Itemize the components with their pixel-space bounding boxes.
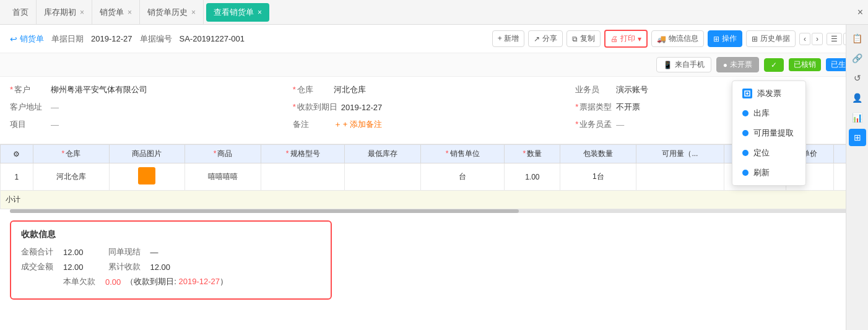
doc-info: ↩ 销货单 单据日期 2019-12-27 单据编号 SA-20191227-0… (10, 33, 487, 45)
doc-type-label: 销货单 (20, 33, 44, 45)
total-field: 金额合计 12.00 (21, 246, 84, 258)
next-button[interactable]: › (812, 33, 823, 45)
gear-icon[interactable]: ⚙ (13, 150, 20, 158)
warehouse-value: 河北仓库 (334, 84, 366, 95)
project-value: — (51, 120, 59, 129)
not-invoiced-button[interactable]: ● 未开票 (716, 57, 759, 72)
deal-field: 成交金额 12.00 (21, 261, 84, 272)
staff-value: 演示账号 (616, 84, 648, 95)
address-label: 客户地址 (10, 102, 47, 113)
note-label: 备注 (293, 119, 330, 130)
doc-number-label: 单据编号 (140, 33, 172, 45)
share-icon: ↗ (534, 35, 540, 43)
print-button[interactable]: 🖨 打印 ▾ (605, 31, 646, 46)
window-close-button[interactable]: × (857, 7, 863, 18)
prev-button[interactable]: ‹ (799, 33, 810, 45)
tab-sales[interactable]: 销货单 × (92, 0, 140, 25)
share-button[interactable]: ↗ 分享 (528, 30, 563, 47)
operations-dropdown: 添发票 出库 可用量提取 定位 刷新 (732, 80, 806, 186)
tab-inventory-close[interactable]: × (80, 8, 84, 17)
owed-value: 0.00 (105, 277, 121, 287)
add-note-button[interactable]: ＋ + 添加备注 (334, 119, 382, 130)
form-row-2: 客户地址 — 收款到期日 2019-12-27 票据类型 不开票 (10, 102, 858, 113)
dropdown-item-invoice[interactable]: 添发票 (732, 84, 805, 103)
form-row-3: 项目 — 备注 ＋ + 添加备注 业务员孟 — (10, 119, 858, 130)
staff-label: 业务员 (575, 84, 612, 95)
dropdown-item-refresh[interactable]: 刷新 (732, 163, 805, 183)
confirm-button[interactable]: ✓ (764, 58, 784, 72)
sidebar-icon-6[interactable]: ⊞ (849, 129, 866, 146)
customer-field: 客户 柳州粤港平安气体有限公司 (10, 84, 293, 95)
staff2-value: — (616, 120, 624, 129)
cell-product: 嘻嘻嘻嘻 (185, 163, 261, 191)
tab-home[interactable]: 首页 (5, 0, 37, 25)
customer-label: 客户 (10, 84, 47, 95)
right-sidebar: 📋 🔗 ↺ 👤 📊 ⊞ (846, 25, 868, 330)
phone-icon: 📱 (663, 61, 672, 69)
subtotal-row: 小计 (1, 191, 868, 209)
sidebar-icon-1[interactable]: 📋 (849, 30, 866, 47)
customer-value: 柳州粤港平安气体有限公司 (51, 84, 147, 95)
dropdown-item-available[interactable]: 可用量提取 (732, 123, 805, 143)
owed-field: 本单欠款 0.00 （收款到期日: 2019-12-27） (63, 276, 228, 287)
dropdown-item-outbound[interactable]: 出库 (732, 103, 805, 123)
invoice-icon: ● (723, 61, 727, 69)
payment-row-3: 本单欠款 0.00 （收款到期日: 2019-12-27） (21, 276, 321, 287)
locate-icon (742, 150, 749, 156)
history-button[interactable]: ⊞ 历史单据 (746, 30, 796, 47)
staff2-field: 业务员孟 — (575, 119, 858, 130)
operations-button[interactable]: ⊞ 操作 (708, 30, 742, 47)
tab-view-sales[interactable]: 查看销货单 × (206, 3, 269, 22)
ticket-value: 不开票 (616, 102, 640, 113)
project-field: 项目 — (10, 119, 293, 130)
copy-button[interactable]: ⧉ 复制 (566, 30, 601, 47)
sidebar-icon-2[interactable]: 🔗 (849, 50, 866, 67)
sidebar-icon-4[interactable]: 👤 (849, 89, 866, 106)
due-date-field: 收款到期日 2019-12-27 (293, 102, 576, 113)
logistics-button[interactable]: 🚚 物流信息 (651, 30, 704, 47)
outbound-icon (742, 110, 749, 116)
tab-view-sales-close[interactable]: × (258, 8, 262, 17)
col-warehouse: 仓库 (33, 145, 109, 163)
payment-title: 收款信息 (21, 229, 321, 240)
history-icon: ⊞ (752, 35, 758, 43)
cell-warehouse: 河北仓库 (33, 163, 109, 191)
ticket-field: 票据类型 不开票 (575, 102, 858, 113)
tab-sales-history[interactable]: 销货单历史 × (140, 0, 204, 25)
from-phone-button[interactable]: 📱 来自手机 (656, 57, 711, 72)
cell-spec (261, 163, 345, 191)
owed-note: （收款到期日: 2019-12-27） (126, 276, 228, 287)
cumulative-value: 12.00 (150, 263, 171, 272)
same-order-field: 同单现结 — (108, 246, 158, 258)
list-view-button[interactable]: ☰ (827, 33, 842, 45)
available-icon (742, 130, 749, 136)
sidebar-icon-3[interactable]: ↺ (849, 69, 866, 87)
tab-sales-close[interactable]: × (128, 8, 132, 17)
col-product: 商品 (185, 145, 261, 163)
deal-value: 12.00 (63, 263, 84, 272)
col-gear: ⚙ (1, 145, 33, 163)
cell-unit: 台 (421, 163, 505, 191)
col-pkg-qty: 包装数量 (560, 145, 636, 163)
print-highlight-box: 🖨 打印 ▾ (604, 30, 648, 48)
col-min-stock: 最低库存 (345, 145, 421, 163)
tab-sales-history-close[interactable]: × (191, 8, 196, 17)
col-qty: 数量 (505, 145, 560, 163)
payment-row-1: 金额合计 12.00 同单现结 — (21, 246, 321, 258)
main-content: ↩ 销货单 单据日期 2019-12-27 单据编号 SA-20191227-0… (0, 25, 868, 330)
cell-img (109, 163, 185, 191)
cell-min-stock (345, 163, 421, 191)
new-button[interactable]: + 新增 (492, 30, 524, 47)
grid-icon: ⊞ (713, 35, 719, 43)
subtotal-label: 小计 (1, 191, 868, 209)
product-image (138, 167, 155, 185)
col-unit: 销售单位 (421, 145, 505, 163)
tab-inventory[interactable]: 库存期初 × (37, 0, 92, 25)
print-dropdown-arrow[interactable]: ▾ (638, 35, 641, 43)
doc-number-value: SA-20191227-001 (180, 34, 245, 43)
dropdown-item-locate[interactable]: 定位 (732, 143, 805, 163)
same-order-value: — (150, 248, 158, 257)
total-label: 金额合计 (21, 246, 58, 258)
sidebar-icon-5[interactable]: 📊 (849, 109, 866, 126)
form-row-1: 客户 柳州粤港平安气体有限公司 仓库 河北仓库 业务员 演示账号 (10, 84, 858, 95)
